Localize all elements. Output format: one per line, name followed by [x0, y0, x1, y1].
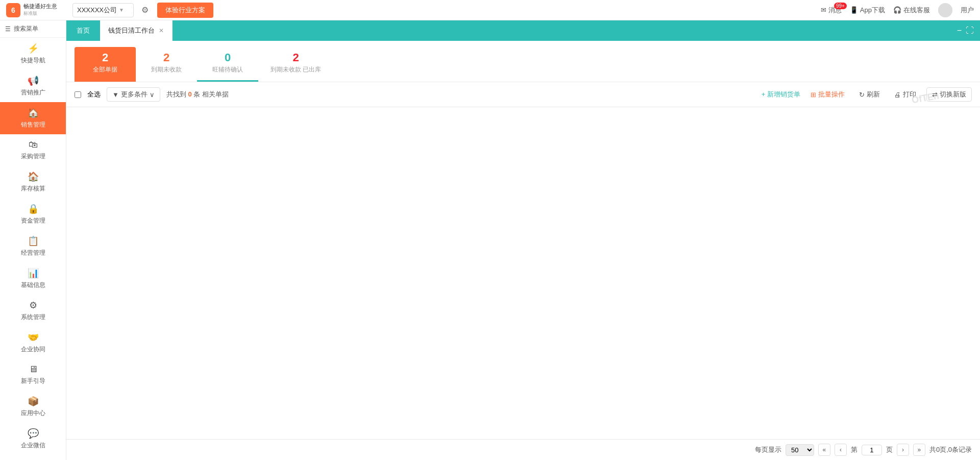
switch-version-button[interactable]: ⇄ 切换新版	[926, 87, 972, 102]
stats-tab-overdue[interactable]: 2 到期未收款	[136, 47, 197, 82]
stats-tab-all[interactable]: 2 全部单据	[75, 47, 136, 82]
batch-operation-button[interactable]: ⊞ 批量操作	[806, 88, 849, 101]
inventory-icon: 🏠	[28, 171, 39, 182]
minimize-icon[interactable]: −	[957, 26, 962, 35]
sidebar-item-guide[interactable]: 🖥 新手引导	[0, 359, 66, 391]
found-count-num: 0	[188, 90, 192, 98]
first-page-button[interactable]: «	[818, 444, 830, 456]
cooperation-icon: 🤝	[28, 332, 39, 343]
stats-num-all: 2	[87, 51, 124, 64]
sidebar-item-label: 库存核算	[21, 184, 45, 193]
refresh-icon: ↻	[859, 91, 865, 99]
tab-active[interactable]: 钱货日清工作台 ✕	[100, 20, 173, 41]
per-page-label: 每页显示	[755, 445, 781, 454]
stats-num-overdue: 2	[148, 51, 185, 64]
app-download-label: App下载	[860, 6, 885, 15]
trial-button[interactable]: 体验行业方案	[157, 3, 213, 18]
select-all-checkbox[interactable]	[75, 91, 81, 98]
system-icon: ⚙	[29, 300, 37, 311]
search-menu-item[interactable]: ☰ 搜索菜单	[0, 20, 66, 38]
purchase-icon: 🛍	[29, 139, 38, 150]
logo-icon: 6	[6, 3, 20, 17]
chevron-down-icon: ∨	[150, 91, 155, 99]
select-all-label: 全选	[87, 90, 101, 99]
print-icon: 🖨	[894, 91, 901, 99]
operation-icon: 📋	[28, 235, 39, 247]
logo-name: 畅捷通好生意	[23, 3, 57, 10]
refresh-button[interactable]: ↻ 刷新	[855, 88, 884, 101]
tab-close-icon[interactable]: ✕	[159, 27, 164, 34]
header-right: ✉ 消息 99+ 📱 App下载 🎧 在线客服 用户	[821, 3, 974, 17]
stats-num-wangpu: 0	[209, 51, 246, 64]
tab-bar-actions: − ⛶	[951, 20, 980, 41]
company-selector[interactable]: XXXXXX公司 ▼	[72, 3, 134, 17]
toolbar-right: + 新增销货单 ⊞ 批量操作 ↻ 刷新 🖨 打印 ⇄	[762, 87, 972, 102]
tab-label: 钱货日清工作台	[108, 26, 155, 35]
sidebar-item-label: 企业微信	[21, 441, 45, 450]
message-icon: ✉	[821, 6, 826, 14]
stats-label-wangpu: 旺辅待确认	[209, 65, 246, 74]
sidebar-item-quick-nav[interactable]: ⚡ 快捷导航	[0, 38, 66, 70]
message-item[interactable]: ✉ 消息 99+	[821, 6, 842, 15]
print-label: 打印	[903, 90, 916, 99]
logo-area: 6 畅捷通好生意 标准版	[6, 3, 72, 17]
maximize-icon[interactable]: ⛶	[966, 26, 974, 35]
settings-icon[interactable]: ⚙	[138, 3, 152, 17]
filter-button[interactable]: ▼ 更多条件 ∨	[107, 87, 160, 102]
sidebar-item-wechat[interactable]: 💬 企业微信	[0, 423, 66, 455]
avatar[interactable]	[938, 3, 952, 17]
stats-tab-shipped[interactable]: 2 到期未收款 已出库	[258, 47, 333, 82]
total-records: 共0页,0条记录	[929, 445, 972, 454]
sidebar-item-system[interactable]: ⚙ 系统管理	[0, 295, 66, 327]
print-button[interactable]: 🖨 打印	[890, 88, 920, 101]
last-page-button[interactable]: »	[913, 444, 925, 456]
sidebar-item-label: 资金管理	[21, 216, 45, 225]
new-sale-button[interactable]: + 新增销货单	[762, 90, 800, 99]
stats-label-shipped: 到期未收款 已出库	[271, 65, 321, 74]
sidebar-item-app-center[interactable]: 📦 应用中心	[0, 391, 66, 423]
per-page-select[interactable]: 50 100	[786, 444, 814, 456]
sidebar-item-label: 应用中心	[21, 409, 45, 418]
sidebar-item-marketing[interactable]: 📢 营销推广	[0, 70, 66, 102]
headset-icon: 🎧	[893, 6, 901, 14]
sidebar-item-label: 快捷导航	[21, 56, 45, 65]
company-name: XXXXXX公司	[77, 6, 117, 15]
filter-icon: ▼	[112, 91, 119, 99]
search-icon: ☰	[5, 26, 11, 33]
megaphone-icon: 📢	[28, 75, 39, 86]
online-support-label: 在线客服	[903, 6, 930, 15]
page-input[interactable]	[862, 445, 882, 455]
baseinfo-icon: 📊	[28, 268, 39, 279]
sidebar-item-sales[interactable]: 🏠 销售管理	[0, 102, 66, 134]
sidebar-item-label: 采购管理	[21, 152, 45, 161]
app-download-item[interactable]: 📱 App下载	[850, 6, 885, 15]
stats-num-shipped: 2	[271, 51, 321, 64]
refresh-label: 刷新	[867, 90, 880, 99]
batch-label: 批量操作	[818, 90, 845, 99]
app-download-icon: 📱	[850, 6, 858, 14]
page-suffix: 页	[886, 445, 893, 454]
sidebar-item-inventory[interactable]: 🏠 库存核算	[0, 166, 66, 198]
sidebar-item-purchase[interactable]: 🛍 采购管理	[0, 134, 66, 166]
tab-home[interactable]: 首页	[66, 20, 100, 41]
page-content: 2 全部单据 2 到期未收款 0 旺辅待确认 2 到期未收款 已出库	[66, 41, 980, 460]
toolbar: 全选 ▼ 更多条件 ∨ 共找到 0 条 相关单据 + 新增销货单 ⊞ 批量操作	[66, 82, 980, 107]
stats-tab-wangpu[interactable]: 0 旺辅待确认	[197, 47, 258, 82]
lightning-icon: ⚡	[28, 43, 39, 54]
finance-icon: 🔒	[28, 203, 39, 214]
main-layout: ☰ 搜索菜单 ⚡ 快捷导航 📢 营销推广 🏠 销售管理 🛍 采购管理 🏠 库存核…	[0, 20, 980, 460]
sidebar-item-member[interactable]: V 畅会员	[0, 455, 66, 460]
tab-bar: 首页 钱货日清工作台 ✕ − ⛶	[66, 20, 980, 41]
sidebar-item-operation[interactable]: 📋 经营管理	[0, 230, 66, 262]
sidebar-item-finance[interactable]: 🔒 资金管理	[0, 198, 66, 230]
prev-page-button[interactable]: ‹	[835, 444, 847, 456]
stats-label-all: 全部单据	[87, 65, 124, 74]
stats-tabs: 2 全部单据 2 到期未收款 0 旺辅待确认 2 到期未收款 已出库	[66, 41, 980, 82]
sidebar-item-cooperation[interactable]: 🤝 企业协同	[0, 327, 66, 359]
next-page-button[interactable]: ›	[897, 444, 909, 456]
sidebar-item-base-info[interactable]: 📊 基础信息	[0, 262, 66, 295]
message-badge: 99+	[834, 3, 847, 9]
online-support-item[interactable]: 🎧 在线客服	[893, 6, 930, 15]
guide-icon: 🖥	[29, 364, 38, 375]
sidebar-item-label: 系统管理	[21, 313, 45, 322]
